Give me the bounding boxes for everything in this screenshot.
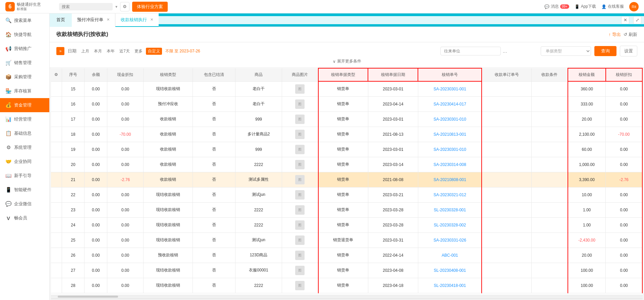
- cell-gear: [51, 202, 62, 217]
- sidebar-item-finance[interactable]: 💰 资金管理: [0, 98, 49, 112]
- bill-doc-no-link[interactable]: SL-20230418-001: [434, 283, 466, 288]
- bill-doc-no-link[interactable]: SA-20230321-012: [433, 192, 466, 197]
- sidebar-item-nav[interactable]: 🏠 快捷导航: [0, 28, 49, 42]
- cell-goods: 2222: [235, 157, 282, 172]
- query-button[interactable]: 查询: [594, 46, 616, 56]
- cell-cash-discount: 0.00: [107, 112, 144, 127]
- sidebar-item-inventory[interactable]: 🏪 库存核算: [0, 84, 49, 98]
- tab-prepayment[interactable]: 预付冲应付单 ✕: [72, 13, 115, 27]
- bill-doc-no-link[interactable]: SA-20230301-010: [433, 117, 466, 122]
- cell-bill-doc-date: 2022-04-14: [368, 248, 418, 263]
- date-shortcut-last-month[interactable]: 上月: [80, 48, 91, 55]
- bill-doc-no-link[interactable]: SA-20230414-017: [433, 102, 466, 106]
- date-label: 日期: [68, 48, 76, 54]
- message-badge: 99+: [560, 4, 569, 9]
- sidebar-item-system[interactable]: ⚙ 系统管理: [0, 140, 49, 155]
- app-download-button[interactable]: 📱 App下载: [575, 4, 596, 9]
- partner-dots[interactable]: ...: [503, 48, 507, 54]
- cell-verify-discount: 0.00: [606, 248, 642, 263]
- cell-receipt-condition: [532, 187, 568, 202]
- sidebar-item-hardware[interactable]: 📱 智能硬件: [0, 183, 49, 197]
- date-shortcut-custom[interactable]: 自定义: [146, 48, 162, 55]
- tab-home[interactable]: 首页: [50, 13, 72, 27]
- gear-button[interactable]: ⚙: [120, 2, 129, 11]
- date-shortcut-7days[interactable]: 近7天: [118, 48, 131, 55]
- tab-expand-button[interactable]: ⤢: [633, 16, 641, 24]
- expand-conditions-button[interactable]: ∨ 展开更多条件: [333, 58, 361, 64]
- date-shortcut-more[interactable]: 更多: [133, 48, 144, 55]
- bill-doc-no-link[interactable]: SA-20230301-001: [433, 87, 466, 91]
- online-service-button[interactable]: 👤 在线客服: [601, 4, 624, 9]
- table-row: 28 0.00 0.00 现结收款核销 否 2222 图 销货单 2023-04…: [51, 278, 642, 293]
- table-container[interactable]: ⚙ 序号 余额 现金折扣 核销类型 包含已结清 商品 商品图片 核销单据类型 核…: [51, 68, 643, 300]
- cell-bill-doc-type: 销货单: [318, 142, 368, 157]
- page-content: 收款核销执行(按收款) ↑ 导出 ↺ 刷新 » 日期: [50, 27, 644, 300]
- sidebar-item-basic-info[interactable]: 📋 基础信息: [0, 126, 49, 140]
- industry-button[interactable]: 体验行业方案: [132, 2, 168, 12]
- sidebar-item-label: 畅会员: [14, 215, 27, 221]
- table-row: 26 0.00 0.00 预收款核销 否 123D商品 图 销货单 2022-0…: [51, 248, 642, 263]
- bill-doc-no-link[interactable]: SL-20230328-001: [434, 208, 466, 212]
- setting-button[interactable]: 设置: [620, 46, 637, 56]
- sidebar-item-label: 新手引导: [14, 173, 32, 179]
- sidebar-item-purchase[interactable]: 📦 采购管理: [0, 70, 49, 84]
- bill-doc-no-link[interactable]: SA-20230331-026: [433, 238, 466, 243]
- sidebar-item-operations[interactable]: 📊 经营管理: [0, 112, 49, 126]
- tab-receipt[interactable]: 收款核销执行 ✕: [115, 13, 159, 27]
- cell-bill-doc-date: 2023-03-01: [368, 81, 418, 96]
- cell-bill-doc-date: 2023-03-21: [368, 187, 418, 202]
- cell-goods: 2222: [235, 278, 282, 293]
- export-button[interactable]: ↑ 导出: [609, 32, 621, 38]
- date-shortcut-this-year[interactable]: 本年: [105, 48, 116, 55]
- tab-close-receipt[interactable]: ✕: [150, 17, 153, 22]
- bill-doc-no-link[interactable]: SA-20230314-008: [433, 162, 466, 167]
- chevron-down-icon[interactable]: ▾: [115, 4, 117, 9]
- bill-doc-no-link[interactable]: ABC-001: [442, 253, 458, 258]
- sidebar-item-marketing[interactable]: 📢 营销推广: [0, 42, 49, 56]
- tab-close-prepayment[interactable]: ✕: [107, 17, 110, 22]
- bill-doc-no-link[interactable]: SA-20230301-010: [433, 147, 466, 152]
- tab-close-button[interactable]: ✕: [621, 16, 629, 24]
- sidebar-item-label: 快捷导航: [14, 32, 32, 38]
- cell-goods: 测试jun: [235, 232, 282, 248]
- sidebar-item-sales[interactable]: 🛒 销售管理: [0, 56, 49, 70]
- table-header-row: ⚙ 序号 余额 现金折扣 核销类型 包含已结清 商品 商品图片 核销单据类型 核…: [51, 68, 642, 81]
- bill-type-select[interactable]: 单据类型: [541, 46, 591, 56]
- bill-doc-no-link[interactable]: SL-20230328-002: [434, 223, 466, 227]
- col-settings[interactable]: ⚙: [51, 68, 62, 81]
- cell-goods-image: 图: [282, 248, 318, 263]
- cell-bill-doc-no: SL-20230418-001: [418, 278, 482, 293]
- sidebar-item-label: 企业微信: [14, 201, 32, 207]
- sidebar-item-member[interactable]: V 畅会员: [0, 211, 49, 225]
- cell-receipt-order-no: [482, 263, 531, 278]
- refresh-button[interactable]: ↺ 刷新: [624, 32, 637, 38]
- sidebar-item-guide[interactable]: 📖 新手引导: [0, 169, 49, 183]
- expand-filter-button[interactable]: »: [56, 47, 64, 55]
- guide-icon: 📖: [5, 173, 11, 179]
- cell-goods-image: 图: [282, 202, 318, 217]
- sidebar-item-wechat[interactable]: 💬 企业微信: [0, 197, 49, 211]
- avatar[interactable]: Rit: [629, 2, 639, 11]
- partner-input[interactable]: [440, 47, 501, 55]
- message-button[interactable]: 💬 消息 99+: [544, 4, 569, 9]
- cell-goods-image: 图: [282, 96, 318, 112]
- bill-doc-no-link[interactable]: SA-20210808-001: [433, 177, 466, 182]
- cell-include-settled: 否: [193, 172, 235, 187]
- search-input[interactable]: [59, 3, 113, 10]
- sidebar-item-collab[interactable]: 🤝 企业协同: [0, 155, 49, 169]
- collab-icon: 🤝: [5, 159, 11, 165]
- cell-bill-doc-no: SL-20230408-001: [418, 263, 482, 278]
- horizontal-scrollbar[interactable]: [58, 296, 118, 298]
- cell-bill-doc-no: SA-20230301-010: [418, 142, 482, 157]
- date-shortcut-this-month[interactable]: 本月: [93, 48, 103, 55]
- bill-doc-no-link[interactable]: SL-20230408-001: [434, 268, 466, 273]
- table-row: 15 0.00 0.00 现结收款核销 否 老白干 图 销货单 2023-03-…: [51, 81, 642, 96]
- expand-icon: ∨: [333, 59, 336, 64]
- cell-bill-doc-type: 销货单: [318, 127, 368, 142]
- sidebar-item-label: 销售管理: [14, 60, 32, 66]
- sidebar-item-search[interactable]: 🔍 搜索菜单: [0, 13, 49, 28]
- bill-doc-no-link[interactable]: SA-20210813-001: [433, 132, 466, 137]
- cell-verify-discount: 0.00: [606, 263, 642, 278]
- cell-verify-amount: 100.00: [568, 278, 606, 293]
- cell-receipt-condition: [532, 248, 568, 263]
